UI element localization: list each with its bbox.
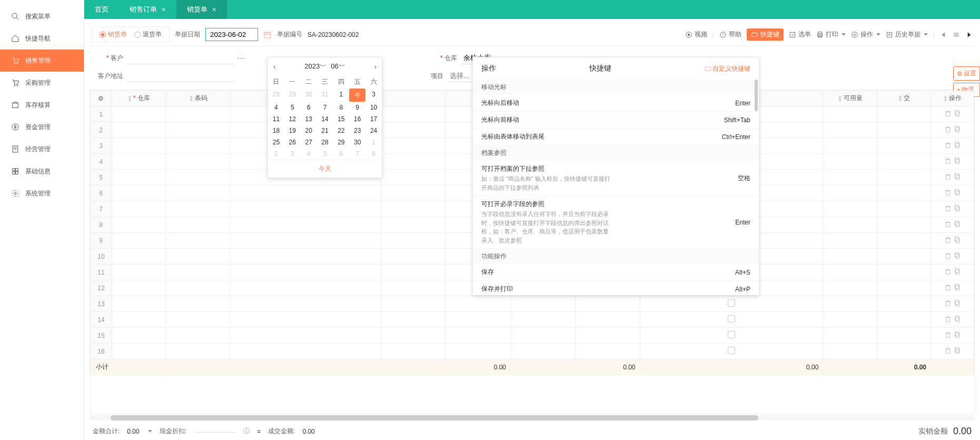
copy-icon[interactable] — [954, 299, 961, 307]
cell[interactable] — [575, 344, 640, 359]
cell[interactable] — [640, 344, 823, 359]
copy-icon[interactable] — [954, 268, 961, 275]
tab-sales-order[interactable]: 销售订单✕ — [119, 0, 176, 19]
cell[interactable] — [381, 217, 446, 233]
calendar-icon[interactable] — [263, 31, 272, 39]
h-scrollbar[interactable] — [90, 415, 975, 421]
cell[interactable] — [446, 328, 511, 344]
cell[interactable] — [931, 106, 974, 122]
cell[interactable] — [231, 296, 381, 312]
cell[interactable] — [511, 328, 576, 344]
radio-return[interactable]: 退货单 — [134, 30, 162, 39]
cell[interactable] — [446, 296, 511, 312]
cell[interactable] — [381, 312, 446, 328]
cell[interactable] — [166, 122, 231, 138]
cal-day[interactable]: 5 — [284, 102, 301, 113]
copy-icon[interactable] — [954, 125, 961, 133]
cal-day[interactable]: 10 — [365, 102, 382, 113]
cell[interactable] — [231, 201, 381, 217]
cell[interactable] — [166, 328, 231, 344]
cell[interactable] — [381, 138, 446, 154]
cell[interactable] — [231, 280, 381, 296]
cell[interactable] — [112, 138, 165, 154]
cell[interactable] — [166, 296, 231, 312]
gear-column-icon[interactable]: ⚙ — [91, 91, 112, 106]
cell[interactable] — [823, 249, 877, 265]
copy-icon[interactable] — [954, 110, 961, 117]
cal-next-icon[interactable]: › — [374, 63, 377, 71]
close-icon[interactable]: ✕ — [161, 6, 166, 13]
delete-icon[interactable] — [944, 141, 952, 149]
cell[interactable] — [381, 265, 446, 280]
cell[interactable] — [166, 265, 231, 280]
sidebar-item-inventory[interactable]: 库存核算 — [0, 94, 84, 116]
col-header[interactable]: ▲▼操作 — [931, 91, 974, 106]
copy-icon[interactable] — [954, 236, 961, 243]
cell[interactable] — [166, 249, 231, 265]
cal-day[interactable]: 25 — [268, 136, 284, 148]
cell[interactable] — [931, 312, 974, 328]
copy-icon[interactable] — [954, 283, 961, 291]
cell[interactable] — [231, 233, 381, 249]
cal-day[interactable]: 4 — [268, 102, 284, 113]
discount-input[interactable] — [194, 430, 236, 433]
delete-icon[interactable] — [944, 299, 952, 307]
copy-icon[interactable] — [954, 189, 961, 196]
cell[interactable] — [931, 296, 974, 312]
select-link[interactable]: 选单 — [789, 30, 811, 39]
cal-day[interactable]: 9 — [349, 102, 365, 113]
cell[interactable] — [877, 154, 930, 170]
cell[interactable] — [381, 122, 446, 138]
cell[interactable] — [877, 249, 930, 265]
cal-day[interactable]: 8 — [333, 102, 349, 113]
cell[interactable] — [166, 280, 231, 296]
cell[interactable] — [381, 280, 446, 296]
col-header[interactable]: ▲▼可用量 — [823, 91, 877, 106]
cell[interactable] — [112, 185, 165, 201]
cell[interactable] — [381, 328, 446, 344]
history-link[interactable]: 历史单据 — [886, 30, 928, 39]
cell[interactable] — [823, 344, 877, 359]
cell[interactable] — [231, 265, 381, 280]
cell[interactable] — [931, 217, 974, 233]
cell[interactable] — [381, 296, 446, 312]
cell[interactable] — [823, 201, 877, 217]
cal-day[interactable]: 29 — [333, 136, 349, 148]
cell[interactable] — [877, 138, 930, 154]
date-input[interactable] — [205, 28, 258, 41]
table-row[interactable]: 15 — [91, 328, 974, 344]
cal-day[interactable]: 26 — [284, 136, 301, 148]
copy-icon[interactable] — [954, 173, 961, 180]
cell[interactable] — [166, 170, 231, 185]
delete-icon[interactable] — [944, 315, 952, 322]
shortcut-button[interactable]: 快捷键 — [747, 28, 784, 41]
cal-month[interactable]: 06﹀ — [331, 62, 345, 71]
copy-icon[interactable] — [954, 204, 961, 212]
cell[interactable] — [823, 296, 877, 312]
delete-icon[interactable] — [944, 347, 952, 354]
cal-day-other[interactable]: 7 — [349, 148, 365, 160]
cal-day-other[interactable]: 1 — [365, 136, 382, 148]
delete-icon[interactable] — [944, 204, 952, 212]
cell[interactable] — [231, 249, 381, 265]
cell[interactable] — [231, 185, 381, 201]
cell[interactable] — [511, 296, 576, 312]
sidebar-item-basic[interactable]: 基础信息 — [0, 160, 84, 182]
video-link[interactable]: 视频 — [685, 30, 707, 39]
list-icon[interactable] — [953, 31, 960, 38]
delete-icon[interactable] — [944, 331, 952, 338]
prev-doc-icon[interactable] — [940, 31, 947, 38]
cell[interactable] — [231, 312, 381, 328]
cal-day[interactable]: 11 — [268, 113, 284, 125]
cal-day-other[interactable]: 28 — [268, 89, 284, 102]
delete-icon[interactable] — [944, 283, 952, 291]
cell[interactable] — [823, 106, 877, 122]
cal-day[interactable]: 12 — [284, 113, 301, 125]
cell[interactable] — [166, 233, 231, 249]
cell[interactable] — [931, 138, 974, 154]
cal-day[interactable]: 6 — [301, 102, 317, 113]
sidebar-item-purchase[interactable]: 采购管理 — [0, 72, 84, 94]
delete-icon[interactable] — [944, 220, 952, 228]
scrollbar-thumb[interactable] — [755, 80, 758, 111]
cal-day-other[interactable]: 31 — [317, 89, 333, 102]
